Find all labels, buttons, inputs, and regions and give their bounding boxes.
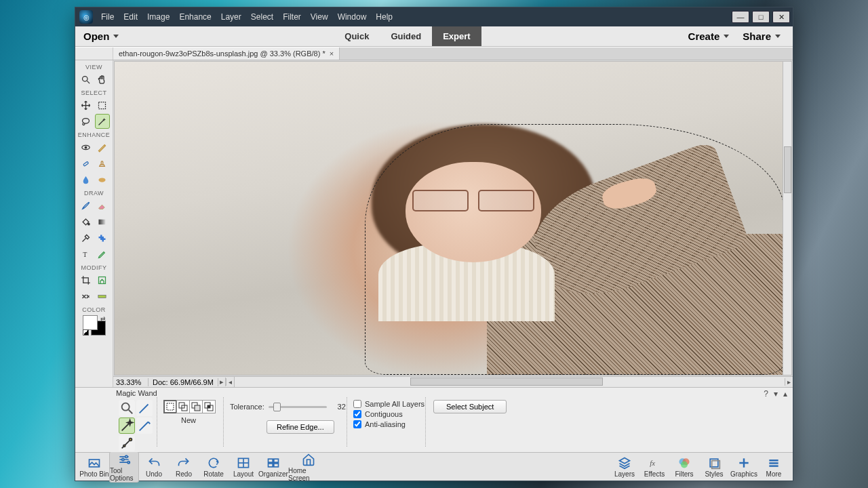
doc-info-menu-icon[interactable]: ▸ [218, 378, 226, 386]
lasso-tool[interactable] [79, 114, 94, 129]
selection-brush-option[interactable] [136, 400, 153, 416]
tolerance-label: Tolerance: [230, 403, 264, 411]
menu-filter[interactable]: Filter [283, 12, 301, 22]
svg-rect-6 [83, 161, 89, 166]
menu-layer[interactable]: Layer [221, 12, 241, 22]
pencil-tool[interactable] [95, 247, 110, 262]
menu-edit[interactable]: Edit [123, 12, 138, 22]
photo-bin-button[interactable]: Photo Bin [79, 455, 109, 478]
sample-all-layers-checkbox[interactable]: Sample All Layers [353, 400, 425, 408]
more-button[interactable]: More [759, 455, 789, 478]
horizontal-scrollbar[interactable] [234, 377, 785, 387]
menu-select[interactable]: Select [251, 12, 273, 22]
mode-guided[interactable]: Guided [380, 26, 432, 46]
redeye-tool[interactable] [79, 140, 94, 155]
help-icon[interactable]: ? [764, 389, 768, 399]
organizer-button[interactable]: Organizer [258, 455, 288, 478]
rotate-button[interactable]: Rotate [199, 455, 229, 478]
tolerance-slider[interactable] [269, 406, 327, 408]
home-screen-label: Home Screen [288, 467, 329, 482]
auto-selection-option[interactable] [119, 435, 135, 451]
zoom-tool[interactable] [79, 72, 94, 87]
document-tab-close-icon[interactable]: × [330, 49, 334, 58]
contiguous-checkbox[interactable]: Contiguous [353, 410, 425, 418]
paint-bucket-tool[interactable] [79, 214, 94, 229]
share-dropdown[interactable]: Share [743, 30, 781, 42]
filters-button[interactable]: Filters [669, 455, 699, 478]
horizontal-scroll-thumb[interactable] [410, 378, 603, 386]
refine-selection-option[interactable] [136, 418, 153, 434]
eyedropper-tool[interactable] [79, 230, 94, 245]
maximize-button[interactable]: □ [752, 11, 770, 23]
mode-quick[interactable]: Quick [334, 26, 380, 46]
eraser-tool[interactable] [95, 198, 110, 213]
magic-wand-option[interactable] [119, 418, 135, 434]
collapse-icon[interactable]: ▴ [783, 389, 787, 399]
sponge-tool[interactable] [95, 172, 110, 187]
shape-tool[interactable] [95, 230, 110, 245]
tool-options-button[interactable]: Tool Options [109, 451, 139, 483]
redo-button[interactable]: Redo [169, 455, 199, 478]
content-aware-move-tool[interactable] [79, 289, 94, 304]
selection-mode-add[interactable] [176, 400, 190, 413]
recompose-tool[interactable] [95, 272, 110, 287]
svg-point-5 [85, 146, 87, 148]
effects-button[interactable]: fxEffects [639, 455, 669, 478]
tolerance-slider-thumb[interactable] [273, 403, 281, 411]
antialias-checkbox[interactable]: Anti-aliasing [353, 420, 425, 428]
magic-wand-tool[interactable] [95, 114, 110, 129]
selection-mode-new[interactable] [163, 400, 177, 413]
mode-expert[interactable]: Expert [432, 26, 481, 46]
blur-tool[interactable] [79, 172, 94, 187]
undo-button[interactable]: Undo [139, 455, 169, 478]
caret-down-icon [724, 35, 729, 38]
hscroll-right-icon[interactable]: ▸ [785, 378, 793, 386]
color-swatch[interactable]: ⇄ [83, 315, 106, 336]
brush-tool[interactable] [79, 198, 94, 213]
canvas[interactable] [114, 61, 792, 375]
panel-menu-icon[interactable]: ▾ [774, 389, 778, 399]
marquee-tool[interactable] [95, 98, 110, 113]
menu-view[interactable]: View [311, 12, 328, 22]
menu-image[interactable]: Image [147, 12, 170, 22]
crop-tool[interactable] [79, 272, 94, 287]
vertical-scrollbar[interactable] [783, 62, 791, 375]
default-colors-icon[interactable] [83, 329, 89, 336]
gradient-tool[interactable] [95, 214, 110, 229]
menu-window[interactable]: Window [338, 12, 367, 22]
menu-help[interactable]: Help [376, 12, 393, 22]
create-dropdown[interactable]: Create [688, 30, 730, 42]
selection-mode-intersect[interactable] [202, 400, 216, 413]
menu-file[interactable]: File [101, 12, 114, 22]
close-button[interactable]: ✕ [772, 11, 790, 23]
hand-tool[interactable] [95, 72, 110, 87]
menu-enhance[interactable]: Enhance [179, 12, 211, 22]
svg-rect-45 [769, 462, 778, 464]
graphics-button[interactable]: Graphics [729, 455, 759, 478]
move-tool[interactable] [79, 98, 94, 113]
home-screen-button[interactable]: Home Screen [288, 452, 329, 482]
straighten-tool[interactable] [95, 289, 110, 304]
doc-info[interactable]: Doc: 66.9M/66.9M [149, 378, 218, 386]
spot-heal-tool[interactable] [79, 156, 94, 171]
zoom-percent[interactable]: 33.33% [113, 378, 149, 386]
vertical-scroll-thumb[interactable] [784, 146, 791, 193]
foreground-color-swatch[interactable] [83, 315, 98, 330]
select-subject-button[interactable]: Select Subject [433, 400, 507, 413]
document-tab[interactable]: ethan-rougon-9wz3oPSZb8s-unsplash.jpg @ … [113, 47, 340, 60]
styles-button[interactable]: Styles [699, 455, 729, 478]
tool-options-label: Tool Options [110, 467, 138, 482]
whiten-teeth-tool[interactable] [95, 140, 110, 155]
quick-selection-option[interactable] [119, 400, 135, 416]
hscroll-left-icon[interactable]: ◂ [226, 378, 234, 386]
layers-button[interactable]: Layers [610, 455, 639, 478]
refine-edge-button[interactable]: Refine Edge... [267, 420, 334, 434]
layout-button[interactable]: Layout [229, 455, 258, 478]
clone-stamp-tool[interactable] [95, 156, 110, 171]
type-tool[interactable]: T [79, 247, 94, 262]
tolerance-value[interactable]: 32 [331, 403, 346, 411]
open-dropdown[interactable]: Open [75, 30, 127, 42]
minimize-button[interactable]: — [732, 11, 749, 23]
selection-mode-subtract[interactable] [189, 400, 203, 413]
swap-colors-icon[interactable]: ⇄ [100, 315, 106, 322]
